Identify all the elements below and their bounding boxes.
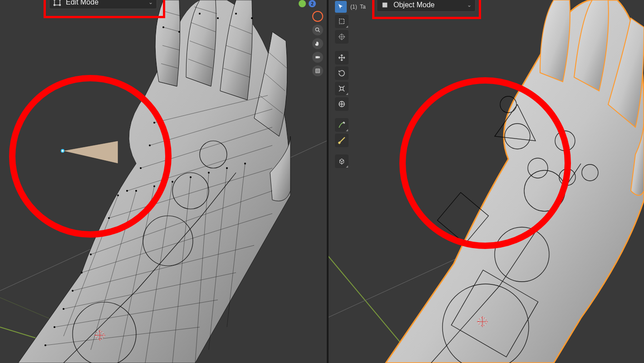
left-toolbar [335,15,349,168]
svg-point-42 [315,28,319,31]
svg-point-26 [217,17,219,19]
svg-point-22 [44,344,46,346]
toggle-ortho-icon[interactable] [312,65,323,76]
viewport-divider[interactable] [327,0,329,363]
scene-stats-text: (1) Ta [350,4,366,10]
svg-rect-69 [339,19,344,24]
svg-line-43 [319,31,320,32]
svg-point-19 [72,290,74,292]
left-viewport[interactable]: Edit Mode ⌄ 2 [0,0,327,363]
svg-rect-62 [451,270,538,357]
edit-mode-icon [53,0,61,6]
svg-point-12 [90,254,92,255]
svg-point-27 [235,13,237,15]
vertex-dots [44,13,253,346]
nav-gizmo-cluster [312,11,323,76]
svg-point-38 [54,0,55,0]
svg-line-52 [590,0,644,45]
nav-orbit-ring[interactable] [312,11,323,22]
mode-label-right: Object Mode [393,1,435,9]
chevron-down-icon: ⌄ [467,2,472,8]
svg-point-31 [172,173,209,209]
object-mode-icon [381,1,389,9]
wireframe-overlay [45,7,287,363]
mesh-spike-defect [63,141,118,164]
svg-point-24 [178,31,180,33]
armature-overlay [64,141,236,363]
svg-rect-68 [383,3,388,8]
svg-line-3 [200,0,225,27]
svg-point-61 [500,96,516,113]
svg-point-15 [140,167,142,169]
armature-overlay-right [431,96,598,363]
mode-label-left: Edit Mode [66,0,98,6]
svg-point-8 [190,176,192,178]
svg-point-30 [143,216,193,266]
zoom-icon[interactable] [312,25,323,35]
svg-point-29 [73,302,136,363]
axis-gizmo-z[interactable]: 2 [309,0,316,7]
svg-point-9 [208,172,210,174]
scale-tool-icon[interactable] [335,82,349,95]
chevron-down-icon: ⌄ [148,0,153,5]
cursor-tool-icon[interactable] [335,30,349,44]
cursor-header-icon[interactable] [335,1,347,13]
move-tool-icon[interactable] [335,51,349,65]
right-3d-scene [327,0,644,363]
svg-point-56 [528,158,548,178]
measure-tool-icon[interactable] [335,134,349,147]
svg-rect-63 [438,193,489,244]
svg-point-5 [135,190,137,192]
svg-point-7 [172,181,173,183]
left-3d-scene [0,0,327,363]
svg-line-1 [0,327,118,363]
annotation-circle-left [9,75,172,238]
3d-cursor-gizmo [94,330,105,341]
hand-surface [386,0,644,363]
transform-tool-icon[interactable] [335,97,349,111]
svg-point-40 [54,5,55,6]
svg-point-28 [251,17,253,19]
svg-rect-44 [315,56,319,59]
pan-hand-icon[interactable] [312,38,323,49]
svg-point-14 [126,190,128,192]
svg-point-39 [59,0,61,0]
svg-point-21 [54,326,55,328]
svg-point-17 [153,122,155,124]
svg-point-6 [153,185,155,187]
svg-point-33 [96,331,104,339]
svg-point-32 [200,141,227,168]
selected-vertex [61,149,64,152]
rotate-tool-icon[interactable] [335,66,349,80]
svg-point-25 [199,13,201,15]
annotate-tool-icon[interactable] [335,118,349,132]
right-header-bar: (1) Ta [335,0,366,14]
svg-point-41 [59,5,61,6]
svg-point-23 [162,26,164,28]
svg-line-0 [0,141,327,291]
hand-mesh [18,0,290,363]
svg-line-51 [327,173,644,318]
svg-point-18 [81,272,83,273]
svg-point-59 [555,131,575,151]
annotation-circle-right [399,77,571,249]
mode-dropdown-right[interactable]: Object Mode ⌄ [377,0,476,12]
svg-point-11 [244,163,246,164]
camera-view-icon[interactable] [312,52,323,63]
svg-point-64 [478,318,487,326]
add-cube-tool-icon[interactable] [335,154,349,168]
axis-gizmo-y[interactable] [299,0,306,7]
svg-point-53 [442,284,529,363]
svg-rect-73 [340,87,343,90]
svg-point-16 [149,144,151,146]
select-box-tool-icon[interactable] [335,15,349,28]
right-viewport[interactable]: (1) Ta Object Mode ⌄ [327,0,644,363]
3d-cursor-gizmo-right [477,316,488,327]
mode-dropdown-left[interactable]: Edit Mode ⌄ [49,0,157,9]
svg-point-13 [108,217,110,219]
svg-point-60 [505,124,530,149]
svg-point-65 [478,318,487,326]
svg-point-58 [582,164,598,181]
svg-point-10 [226,167,228,169]
svg-line-50 [327,254,418,363]
